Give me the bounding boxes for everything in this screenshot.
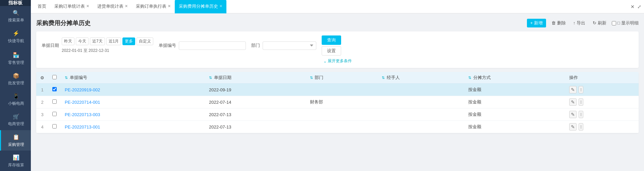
tab-import-stat[interactable]: 进货单统计表 ✕: [93, 0, 132, 13]
row-num-1: 2: [36, 96, 48, 108]
row-more-btn-1[interactable]: ⁝: [579, 98, 583, 106]
page-content: 采购费用分摊单历史 + 新增 🗑 删除 ↑ 导出 ↻ 刷新 □ 显示明细 单据日…: [31, 13, 644, 171]
date-btn-more[interactable]: 更多: [122, 37, 135, 45]
tab-purchase-exec[interactable]: 采购订单执行表 ✕: [132, 0, 175, 13]
th-dept[interactable]: ⇅ 部门: [306, 72, 378, 84]
table-row: 3 PE-20220713-003 2022-07-13 按金额 ✎ ⁝: [36, 108, 639, 121]
row-more-btn-3[interactable]: ⁝: [579, 123, 583, 131]
row-more-btn-0[interactable]: ⁝: [579, 86, 583, 93]
row-more-btn-2[interactable]: ⁝: [579, 111, 583, 118]
table-row: 4 PE-20220713-001 2022-07-13 按金额 ✎ ⁝: [36, 121, 639, 133]
date-btn-yesterday[interactable]: 昨天: [62, 37, 74, 45]
sidebar-item-wholesale[interactable]: 📦 批发管理: [0, 69, 31, 89]
th-settings[interactable]: ⚙: [36, 72, 48, 84]
row-num-0: 1: [36, 84, 48, 96]
th-doc-num[interactable]: ⇅ 单据编号: [61, 72, 205, 84]
table-row: 1 PE-20220919-002 2022-09-19 按金额 ✎ ⁝: [36, 84, 639, 96]
tab-close-purchase-exec[interactable]: ✕: [168, 4, 171, 8]
data-table: ⚙ ⇅ 单据编号 ⇅ 单据日期 ⇅: [36, 72, 639, 133]
add-button[interactable]: + 新增: [527, 19, 546, 27]
date-input-row: 2022-01-01 至 2022-12-31: [62, 48, 153, 54]
sort-icon-dept: ⇅: [310, 76, 313, 80]
ecom-icon: 🛒: [3, 113, 29, 120]
doc-link-3[interactable]: PE-20220713-001: [65, 124, 100, 130]
sidebar-item-mini[interactable]: 📱 小畅电商: [0, 89, 31, 110]
sort-icon-date: ⇅: [209, 76, 212, 80]
row-checkbox-2[interactable]: [48, 108, 61, 121]
docnum-label: 单据编号: [159, 42, 176, 49]
row-edit-btn-0[interactable]: ✎: [569, 86, 577, 93]
sidebar-item-quick[interactable]: ⚡ 快捷导航: [0, 26, 31, 47]
tab-close-purchase-stat[interactable]: ✕: [86, 4, 89, 8]
dept-label: 部门: [251, 42, 260, 49]
sidebar-item-inventory[interactable]: 📊 库存核算: [0, 151, 31, 171]
sidebar-item-purchase[interactable]: 📋 采购管理: [0, 130, 31, 151]
tab-close-purchase-cost[interactable]: ✕: [219, 4, 222, 8]
delete-button[interactable]: 🗑 删除: [549, 19, 568, 27]
date-btn-today[interactable]: 今天: [76, 37, 89, 45]
search-area: 单据日期 昨天 今天 近7天 近1月 更多 自定义 2022-01-01 至 2…: [36, 31, 639, 68]
row-dept-0: [306, 84, 378, 96]
window-expand-btn[interactable]: ⤢: [637, 4, 641, 9]
row-handler-0: [378, 84, 464, 96]
query-button[interactable]: 查询: [322, 35, 341, 45]
row-checkbox-1[interactable]: [48, 96, 61, 108]
doc-link-0[interactable]: PE-20220919-002: [65, 87, 100, 92]
show-detail-checkbox[interactable]: □ 显示明细: [612, 20, 639, 26]
data-table-wrap: ⚙ ⇅ 单据编号 ⇅ 单据日期 ⇅: [36, 72, 639, 133]
row-date-0: 2022-09-19: [205, 84, 306, 96]
show-detail-input[interactable]: [612, 21, 616, 25]
row-edit-btn-1[interactable]: ✎: [569, 98, 577, 106]
set-button[interactable]: 设置: [322, 46, 341, 56]
th-handler[interactable]: ⇅ 经手人: [378, 72, 464, 84]
row-split-0: 按金额: [464, 84, 565, 96]
docnum-input[interactable]: [179, 41, 246, 50]
dept-search-group: 部门 财务部: [251, 41, 316, 50]
row-actions-0: ✎ ⁝: [565, 84, 639, 96]
doc-link-1[interactable]: PE-20220714-001: [65, 100, 100, 105]
row-check-0[interactable]: [52, 87, 57, 91]
sidebar-item-ecom[interactable]: 🛒 电商管理: [0, 110, 31, 130]
docnum-search-group: 单据编号: [159, 41, 246, 50]
row-check-3[interactable]: [52, 124, 57, 129]
select-all-checkbox[interactable]: [52, 75, 57, 79]
window-close-btn[interactable]: ✕: [631, 4, 635, 9]
date-range-text: 2022-01-01 至 2022-12-31: [62, 48, 109, 54]
row-split-2: 按金额: [464, 108, 565, 121]
sidebar-logo: 指标板: [0, 0, 31, 6]
tab-close-import-stat[interactable]: ✕: [125, 4, 128, 8]
expand-more-btn[interactable]: ⌄ 展开更多条件: [323, 58, 352, 64]
toolbar: + 新增 🗑 删除 ↑ 导出 ↻ 刷新 □ 显示明细: [527, 19, 639, 27]
tab-purchase-cost[interactable]: 采购费用分摊单历史 ✕: [175, 0, 226, 13]
row-dept-3: [306, 121, 378, 133]
row-date-3: 2022-07-13: [205, 121, 306, 133]
row-actions-2: ✎ ⁝: [565, 108, 639, 121]
export-button[interactable]: ↑ 导出: [571, 19, 587, 27]
sidebar-item-retail[interactable]: 🏪 零售管理: [0, 48, 31, 69]
row-checkbox-3[interactable]: [48, 121, 61, 133]
page-title: 采购费用分摊单历史: [36, 19, 91, 27]
date-label: 单据日期: [42, 42, 59, 49]
row-check-2[interactable]: [52, 112, 57, 116]
date-btn-1month[interactable]: 近1月: [106, 37, 121, 45]
refresh-button[interactable]: ↻ 刷新: [591, 19, 608, 27]
tab-purchase-stat[interactable]: 采购订单统计表 ✕: [50, 0, 93, 13]
sidebar: 指标板 🔍 搜索菜单 ⚡ 快捷导航 🏪 零售管理 📦 批发管理 📱 小畅电商 🛒…: [0, 0, 31, 171]
row-edit-btn-3[interactable]: ✎: [569, 123, 577, 131]
row-handler-1: [378, 96, 464, 108]
purchase-icon: 📋: [3, 134, 29, 141]
doc-link-2[interactable]: PE-20220713-003: [65, 112, 100, 117]
row-actions-1: ✎ ⁝: [565, 96, 639, 108]
sidebar-item-search[interactable]: 🔍 搜索菜单: [0, 6, 31, 26]
tab-home[interactable]: 首页: [34, 0, 50, 13]
search-icon: 🔍: [3, 9, 29, 17]
th-doc-date[interactable]: ⇅ 单据日期: [205, 72, 306, 84]
row-checkbox-0[interactable]: [48, 84, 61, 96]
date-btn-custom[interactable]: 自定义: [137, 37, 153, 45]
th-split-method[interactable]: ⇅ 分摊方式: [464, 72, 565, 84]
row-check-1[interactable]: [52, 99, 57, 104]
chevron-down-icon: ⌄: [323, 59, 327, 64]
dept-select[interactable]: 财务部: [263, 41, 316, 50]
date-btn-7days[interactable]: 近7天: [90, 37, 105, 45]
row-edit-btn-2[interactable]: ✎: [569, 111, 577, 118]
